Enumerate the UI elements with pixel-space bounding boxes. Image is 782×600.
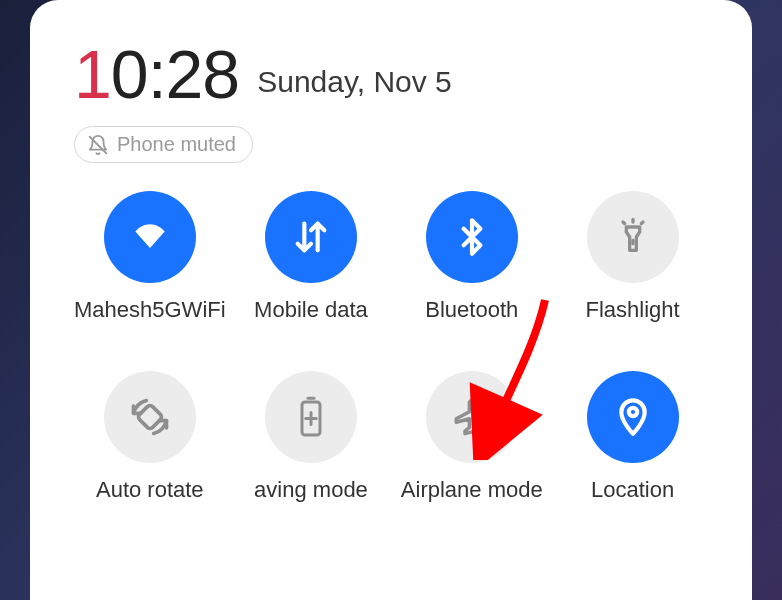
location-label: Location bbox=[591, 477, 674, 503]
auto-rotate-toggle[interactable] bbox=[104, 371, 196, 463]
header-row: 10:28 Sunday, Nov 5 bbox=[74, 40, 708, 108]
airplane-mode-toggle[interactable] bbox=[426, 371, 518, 463]
tile-auto-rotate: Auto rotate bbox=[74, 371, 226, 503]
saving-mode-toggle[interactable] bbox=[265, 371, 357, 463]
wifi-icon bbox=[128, 215, 172, 259]
flashlight-toggle[interactable] bbox=[587, 191, 679, 283]
bell-muted-icon bbox=[87, 134, 109, 156]
bluetooth-label: Bluetooth bbox=[425, 297, 518, 323]
svg-line-6 bbox=[641, 222, 643, 224]
auto-rotate-label: Auto rotate bbox=[96, 477, 204, 503]
bluetooth-icon bbox=[452, 217, 492, 257]
bluetooth-toggle[interactable] bbox=[426, 191, 518, 283]
phone-muted-chip[interactable]: Phone muted bbox=[74, 126, 253, 163]
tile-bluetooth: Bluetooth bbox=[396, 191, 547, 323]
mobile-data-label: Mobile data bbox=[254, 297, 368, 323]
location-toggle[interactable] bbox=[587, 371, 679, 463]
flashlight-label: Flashlight bbox=[586, 297, 680, 323]
notification-panel: 10:28 Sunday, Nov 5 Phone muted Mahesh bbox=[30, 0, 752, 600]
date: Sunday, Nov 5 bbox=[257, 65, 452, 99]
tile-flashlight: Flashlight bbox=[557, 191, 708, 323]
mobile-data-toggle[interactable] bbox=[265, 191, 357, 283]
quick-settings-grid: Mahesh5GWiFi Mobile data bbox=[74, 191, 708, 503]
wifi-label: Mahesh5GWiFi bbox=[74, 297, 226, 323]
mobile-data-icon bbox=[291, 217, 331, 257]
tile-airplane-mode: Airplane mode bbox=[396, 371, 547, 503]
tile-wifi: Mahesh5GWiFi bbox=[74, 191, 226, 323]
svg-rect-7 bbox=[137, 404, 163, 430]
svg-point-12 bbox=[628, 408, 636, 416]
clock-rest: 0:28 bbox=[111, 36, 239, 112]
clock-first-digit: 1 bbox=[74, 36, 111, 112]
tile-saving-mode: aving mode bbox=[236, 371, 387, 503]
location-icon bbox=[613, 397, 653, 437]
phone-muted-label: Phone muted bbox=[117, 133, 236, 156]
airplane-mode-label: Airplane mode bbox=[401, 477, 543, 503]
svg-line-4 bbox=[623, 222, 625, 224]
auto-rotate-icon bbox=[128, 395, 172, 439]
clock: 10:28 bbox=[74, 40, 239, 108]
flashlight-icon bbox=[613, 217, 653, 257]
tile-mobile-data: Mobile data bbox=[236, 191, 387, 323]
tile-location: Location bbox=[557, 371, 708, 503]
battery-plus-icon bbox=[293, 396, 329, 438]
airplane-icon bbox=[451, 396, 493, 438]
wifi-toggle[interactable] bbox=[104, 191, 196, 283]
saving-mode-label: aving mode bbox=[254, 477, 368, 503]
